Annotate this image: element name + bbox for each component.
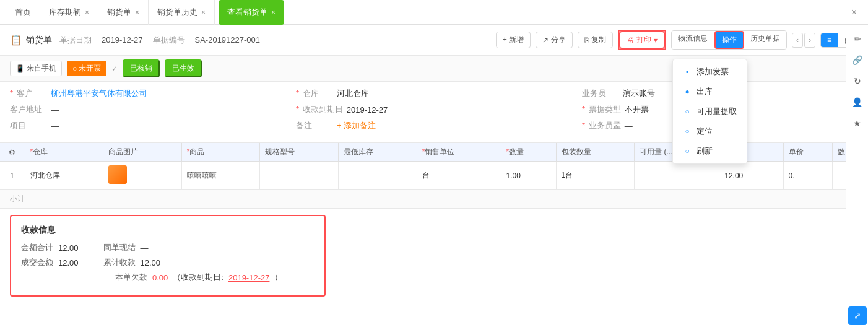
date-label: 单据日期 <box>59 35 92 46</box>
tab-sales-order[interactable]: 销货单 × <box>98 0 149 25</box>
sidebar-edit-icon[interactable]: ✏ <box>848 30 867 48</box>
sidebar-refresh-icon[interactable]: ↻ <box>848 72 867 90</box>
col-unit: *销售单位 <box>417 143 501 162</box>
document-title: 📋 销货单 <box>10 34 52 46</box>
payment-date-field: * 收款到期日 2019-12-27 <box>296 104 572 115</box>
new-button[interactable]: + 新增 <box>496 32 531 48</box>
list-view-btn[interactable]: ≡ <box>821 33 838 47</box>
payment-title: 收款信息 <box>21 225 315 236</box>
copy-label: 复制 <box>591 35 606 45</box>
col-pack-qty: 包装数量 <box>556 143 635 162</box>
tab-sales-history-label: 销货单历史 <box>157 7 197 18</box>
print-button[interactable]: 🖨 打印 ▾ <box>619 31 665 49</box>
refresh-icon: ○ <box>683 147 692 155</box>
tab-sales-order-label: 销货单 <box>107 7 131 18</box>
col-min-stock: 最低库存 <box>339 143 417 162</box>
payment-date-value: 2019-12-27 <box>347 105 388 115</box>
print-button-wrapper: 🖨 打印 ▾ <box>618 30 666 50</box>
tab-home[interactable]: 首页 <box>6 0 40 25</box>
dropdown-add-invoice[interactable]: ▪ 添加发票 <box>673 62 747 82</box>
tab-sales-order-close[interactable]: × <box>135 8 139 17</box>
from-phone-btn[interactable]: 📱 来自手机 <box>10 61 62 76</box>
tab-bar: 首页 库存期初 × 销货单 × 销货单历史 × 查看销货单 × × <box>0 0 868 25</box>
dropdown-refresh[interactable]: ○ 刷新 <box>673 141 747 161</box>
ticket-type-value: 不开票 <box>625 104 649 115</box>
tab-sales-history[interactable]: 销货单历史 × <box>149 0 215 25</box>
row-unit: 台 <box>417 162 501 190</box>
total-field: 金额合计 12.00 <box>21 242 79 253</box>
payment-info-box: 收款信息 金额合计 12.00 同单现结 — 成交金额 12.00 累计收款 1… <box>10 215 326 297</box>
single-settle-field: 同单现结 — <box>103 242 149 253</box>
sold-out-btn[interactable]: 已核销 <box>123 59 160 77</box>
dropdown-locate[interactable]: ○ 定位 <box>673 121 747 141</box>
logistics-tab[interactable]: 物流信息 <box>672 31 714 49</box>
customer-value[interactable]: 柳州粤港平安气体有限公司 <box>51 88 147 99</box>
available-qty-label: 可用量提取 <box>697 106 737 117</box>
share-icon: ↗ <box>542 36 549 45</box>
share-label: 分享 <box>551 35 566 45</box>
project-field: 项目 — <box>10 120 286 131</box>
copy-icon: ⎘ <box>584 36 589 45</box>
remark-field: 备注 + 添加备注 <box>296 120 572 131</box>
due-date[interactable]: 2019-12-27 <box>228 273 270 282</box>
row-warehouse: 河北仓库 <box>25 162 103 190</box>
effective-btn[interactable]: 已生效 <box>165 59 202 77</box>
date-value: 2019-12-27 <box>102 35 143 45</box>
next-arrow[interactable]: › <box>804 33 815 48</box>
due-label: 本单欠款 <box>115 272 147 283</box>
cumulative-value: 12.00 <box>141 258 161 267</box>
row-available <box>635 162 719 190</box>
print-label: 打印 <box>636 35 651 45</box>
tab-view-sales[interactable]: 查看销货单 × <box>219 0 284 25</box>
dropdown-available-qty[interactable]: ○ 可用量提取 <box>673 102 747 121</box>
staff2-value: — <box>625 121 633 131</box>
phone-icon: 📱 <box>15 64 25 73</box>
window-close-button[interactable]: × <box>846 7 862 18</box>
ticket-icon: ○ <box>72 64 77 73</box>
payment-row-1: 金额合计 12.00 同单现结 — <box>21 242 315 253</box>
address-label: 客户地址 <box>10 104 47 115</box>
tab-inventory-init[interactable]: 库存期初 × <box>40 0 98 25</box>
copy-button[interactable]: ⎘ 复制 <box>578 32 613 48</box>
add-remark-label: + 添加备注 <box>337 120 376 131</box>
subtotal-label: 小计 <box>0 190 868 209</box>
cumulative-label: 累计收款 <box>103 257 136 268</box>
document-title-text: 销货单 <box>26 35 52 46</box>
not-open-label: 未开票 <box>79 63 101 74</box>
history-tab[interactable]: 历史单据 <box>744 31 786 49</box>
transaction-label: 成交金额 <box>21 257 53 268</box>
sidebar-star-icon[interactable]: ★ <box>848 114 867 132</box>
col-settings: ⚙ <box>0 143 25 162</box>
tab-inventory-init-close[interactable]: × <box>85 8 89 17</box>
col-price: 单价 <box>783 143 833 162</box>
share-button[interactable]: ↗ 分享 <box>536 32 573 48</box>
sidebar-link-icon[interactable]: 🔗 <box>848 51 867 69</box>
prev-arrow[interactable]: ‹ <box>792 33 803 48</box>
add-invoice-icon: ▪ <box>683 67 692 76</box>
sidebar-user-icon[interactable]: 👤 <box>848 93 867 111</box>
project-label: 项目 <box>10 120 47 131</box>
dropdown-outbound[interactable]: ● 出库 <box>673 82 747 102</box>
transaction-field: 成交金额 12.00 <box>21 257 79 268</box>
warehouse-value: 河北仓库 <box>337 88 369 99</box>
row-number: 1 <box>0 162 25 190</box>
row-spec <box>260 162 339 190</box>
tab-sales-history-close[interactable]: × <box>201 8 206 17</box>
sidebar-expand-icon[interactable]: ⤢ <box>848 306 867 325</box>
due-note-end: ） <box>274 272 282 283</box>
payment-date-label: * 收款到期日 <box>296 104 343 115</box>
row-product-img <box>103 162 182 190</box>
operation-dropdown: ▪ 添加发票 ● 出库 ○ 可用量提取 ○ 定位 ○ 刷新 <box>672 59 747 164</box>
not-open-btn[interactable]: ○ 未开票 <box>67 61 106 76</box>
add-remark-btn[interactable]: + 添加备注 <box>337 120 376 131</box>
document-title-area: 📋 销货单 单据日期 2019-12-27 单据编号 SA-20191227-0… <box>10 34 496 46</box>
tab-group-view: 物流信息 操作 历史单据 <box>671 30 787 50</box>
operation-tab[interactable]: 操作 <box>714 31 744 49</box>
col-product-img: 商品图片 <box>103 143 182 162</box>
total-label: 金额合计 <box>21 242 53 253</box>
row-product: 嘻嘻嘻嘻 <box>181 162 260 190</box>
warehouse-label: * 仓库 <box>296 88 333 99</box>
due-value: 0.00 <box>152 273 168 282</box>
tab-view-sales-close[interactable]: × <box>271 8 276 17</box>
number-label: 单据编号 <box>153 35 185 46</box>
